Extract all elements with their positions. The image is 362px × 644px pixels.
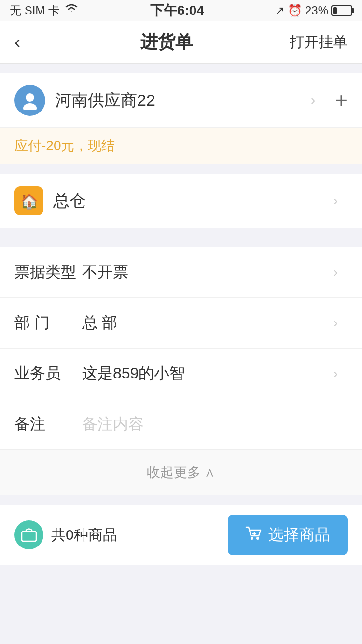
select-product-label: 选择商品	[268, 524, 330, 546]
product-summary: 共0种商品	[14, 520, 117, 549]
invoice-type-value: 不开票	[82, 262, 334, 283]
bottom-bar: 共0种商品 选择商品	[0, 505, 362, 565]
status-time: 下午6:04	[150, 1, 204, 20]
department-chevron-icon: ›	[334, 315, 338, 331]
house-icon: 🏠	[20, 193, 38, 210]
supplier-avatar	[14, 85, 45, 116]
divider-warehouse	[0, 164, 362, 174]
salesperson-label: 业务员	[14, 363, 82, 384]
supplier-chevron-icon: ›	[311, 93, 315, 108]
carrier-label: 无 SIM 卡	[10, 3, 60, 18]
battery-percent: 23%	[305, 4, 328, 17]
select-product-button[interactable]: 选择商品	[228, 515, 348, 555]
supplier-row[interactable]: 河南供应商22 › +	[0, 73, 362, 128]
svg-point-0	[26, 93, 34, 102]
department-value: 总 部	[82, 312, 334, 334]
divider-top	[0, 64, 362, 73]
notice-text: 应付-20元，现结	[14, 138, 115, 153]
notice-banner: 应付-20元，现结	[0, 128, 362, 164]
svg-point-3	[251, 537, 253, 540]
page-title: 进货单	[140, 30, 193, 54]
warehouse-row[interactable]: 🏠 总仓 ›	[0, 174, 362, 228]
back-button[interactable]: ‹	[14, 32, 43, 53]
department-row[interactable]: 部 门 总 部 ›	[0, 298, 362, 349]
salesperson-chevron-icon: ›	[334, 366, 338, 381]
warehouse-name: 总仓	[53, 190, 334, 212]
open-pending-button[interactable]: 打开挂单	[290, 32, 348, 52]
invoice-chevron-icon: ›	[334, 265, 338, 280]
product-icon	[14, 520, 43, 549]
alarm-icon: ⏰	[288, 4, 302, 17]
product-count: 共0种商品	[51, 525, 117, 545]
remark-label: 备注	[14, 414, 82, 435]
svg-point-1	[23, 103, 37, 110]
invoice-type-row[interactable]: 票据类型 不开票 ›	[0, 247, 362, 298]
warehouse-chevron-icon: ›	[334, 193, 338, 209]
page-body	[0, 565, 362, 644]
divider-form	[0, 228, 362, 238]
status-left: 无 SIM 卡	[10, 3, 79, 18]
form-section: 票据类型 不开票 › 部 门 总 部 › 业务员 这是859的小智 › 备注 备…	[0, 247, 362, 449]
salesperson-value: 这是859的小智	[82, 363, 334, 384]
invoice-type-label: 票据类型	[14, 262, 82, 283]
status-right: ↗ ⏰ 23%	[275, 4, 352, 17]
nav-bar: ‹ 进货单 打开挂单	[0, 21, 362, 64]
collapse-button[interactable]: 收起更多 ∧	[0, 449, 362, 495]
supplier-section: 河南供应商22 › + 应付-20元，现结	[0, 73, 362, 164]
collapse-label: 收起更多 ∧	[147, 465, 216, 480]
status-bar: 无 SIM 卡 下午6:04 ↗ ⏰ 23%	[0, 0, 362, 21]
wifi-icon	[64, 4, 79, 17]
svg-point-4	[256, 537, 259, 540]
svg-rect-2	[22, 532, 36, 541]
warehouse-icon: 🏠	[14, 186, 43, 215]
remark-row[interactable]: 备注 备注内容	[0, 399, 362, 449]
salesperson-row[interactable]: 业务员 这是859的小智 ›	[0, 349, 362, 399]
add-supplier-button[interactable]: +	[325, 90, 348, 111]
department-label: 部 门	[14, 312, 82, 334]
battery-icon	[331, 5, 352, 16]
location-icon: ↗	[275, 4, 285, 17]
remark-placeholder: 备注内容	[82, 414, 348, 435]
supplier-name: 河南供应商22	[55, 89, 311, 112]
warehouse-section: 🏠 总仓 ›	[0, 174, 362, 228]
cart-icon	[245, 526, 263, 544]
